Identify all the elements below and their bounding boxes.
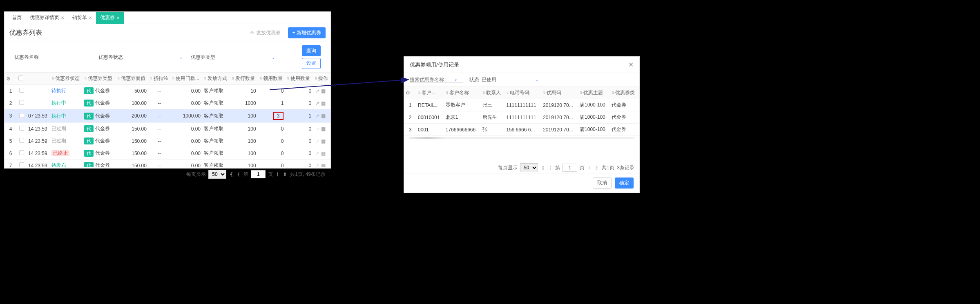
voucher-icon: 代	[84, 125, 94, 132]
column-header[interactable]: ⇅客户...	[416, 87, 444, 99]
page-header: 优惠券列表 ☺ 发放优惠券 + 新增优惠券	[4, 24, 330, 42]
tab-优惠券[interactable]: 优惠券✕	[96, 12, 124, 24]
table-row[interactable]: 714 23:59待发布代 代金券150.00--0.00客户领取10000↗▦	[4, 160, 330, 167]
qrcode-icon[interactable]: ▦	[321, 88, 326, 94]
prev-page-button[interactable]: ⟨	[237, 171, 241, 177]
chevron-down-icon: ⌄	[179, 55, 183, 60]
qrcode-icon[interactable]: ▦	[321, 126, 326, 132]
column-header[interactable]: ⇅操作	[313, 73, 330, 85]
modal-last-page-button[interactable]: ⟫	[594, 165, 599, 171]
modal-per-page-select[interactable]: 50	[520, 163, 538, 172]
table-row[interactable]: 1待执行代 代金券50.00--0.00客户领取1000↗▦	[4, 85, 330, 97]
row-checkbox[interactable]	[19, 162, 24, 167]
qrcode-icon[interactable]: ▦	[321, 163, 326, 167]
table-row[interactable]: 414 23:59已过期代 代金券150.00--0.00客户领取10000↗▦	[4, 123, 330, 135]
tab-bar: 首页优惠券详情页✕销货单✕优惠券✕	[4, 12, 330, 24]
tab-优惠券详情页[interactable]: 优惠券详情页✕	[26, 12, 68, 24]
status-badge: 已过期	[51, 126, 66, 131]
filter-status-label: 优惠券状态	[98, 54, 123, 61]
table-row[interactable]: 307 23:59执行中代 代金券200.00--1000.00客户领取1003…	[4, 109, 330, 123]
qrcode-icon[interactable]: ▦	[321, 138, 326, 144]
column-header[interactable]: ⇅发行数量	[230, 73, 258, 85]
filter-status-select[interactable]: ⌄	[125, 55, 183, 60]
qrcode-icon[interactable]: ▦	[321, 113, 326, 119]
table-row[interactable]: 2执行中代 代金券100.00--0.00客户领取100010↗▦	[4, 97, 330, 109]
distribute-coupon-button[interactable]: ☺ 发放优惠券	[246, 28, 285, 38]
page-input[interactable]	[251, 170, 266, 178]
modal-next-page-button[interactable]: ⟩	[587, 165, 592, 171]
horizontal-scrollbar[interactable]	[409, 137, 634, 139]
column-header[interactable]: ⇅优惠券类型	[83, 73, 115, 85]
status-badge: 已过期	[51, 138, 66, 144]
pagination: 每页显示 50 ⟪ ⟨ 第 页 ⟩ ⟫ 共1页, 49条记录	[4, 167, 330, 181]
column-header[interactable]: ⇅使用数量	[285, 73, 313, 85]
filter-name-label: 优惠券名称	[14, 54, 39, 61]
column-header[interactable]: ⇅优惠券状态	[50, 73, 83, 85]
modal-title: 优惠券领用/使用记录	[410, 61, 459, 69]
usage-table: ⚙⇅客户...⇅客户名称⇅联系人⇅电话号码⇅优惠码⇅优惠主题⇅优惠券类 1RET…	[404, 87, 639, 136]
column-header[interactable]: ⇅优惠券面值	[116, 73, 148, 85]
share-icon[interactable]: ↗	[315, 88, 319, 94]
row-checkbox[interactable]	[19, 150, 24, 155]
column-header[interactable]: ⇅发放方式	[202, 73, 230, 85]
last-page-button[interactable]: ⟫	[282, 171, 288, 177]
filter-type-select[interactable]: ⌄	[218, 55, 275, 60]
column-header[interactable]: ⇅联系人	[481, 87, 505, 99]
voucher-icon: 代	[84, 150, 94, 157]
coupon-table: ⚙⇅优惠券状态⇅优惠券类型⇅优惠券面值⇅折扣%⇅使用门槛...⇅发放方式⇅发行数…	[4, 72, 330, 167]
per-page-select[interactable]: 50	[208, 170, 226, 179]
table-row[interactable]: 3000117666666666张156 6666 6...2019120 70…	[404, 124, 639, 136]
status-badge: 执行中	[51, 113, 66, 119]
next-page-button[interactable]: ⟩	[275, 171, 280, 177]
qrcode-icon[interactable]: ▦	[321, 151, 326, 156]
column-header[interactable]: ⇅客户名称	[444, 87, 481, 99]
tab-close-icon[interactable]: ✕	[89, 16, 92, 20]
take-count-highlighted[interactable]: 3	[273, 112, 284, 120]
first-page-button[interactable]: ⟪	[229, 171, 234, 177]
voucher-icon: 代	[84, 162, 94, 167]
cancel-button[interactable]: 取消	[593, 178, 612, 189]
table-row[interactable]: 614 23:59已终止代 代金券150.00--0.00客户领取10000↗▦	[4, 147, 330, 160]
row-checkbox[interactable]	[19, 88, 24, 93]
column-header[interactable]: ⇅优惠主题	[578, 87, 610, 99]
table-row[interactable]: 1RETAIL...零散客户张三111111111112019120 70...…	[404, 99, 639, 111]
modal-prev-page-button[interactable]: ⟨	[548, 165, 553, 171]
tab-销货单[interactable]: 销货单✕	[68, 12, 96, 24]
search-icon[interactable]: ⌕	[455, 77, 458, 82]
share-icon[interactable]: ↗	[315, 113, 319, 119]
filter-name-input[interactable]	[41, 53, 90, 61]
column-header[interactable]: ⇅优惠码	[541, 87, 578, 99]
tab-首页[interactable]: 首页	[8, 12, 26, 24]
voucher-icon: 代	[84, 87, 94, 94]
column-header[interactable]: ⇅折扣%	[148, 73, 170, 85]
column-header[interactable]: ⇅使用门槛...	[170, 73, 202, 85]
row-checkbox[interactable]	[19, 138, 24, 143]
qrcode-icon[interactable]: ▦	[321, 100, 326, 106]
select-all-checkbox[interactable]	[18, 75, 23, 80]
status-badge: 待执行	[51, 88, 66, 93]
status-badge: 已终止	[51, 150, 69, 156]
gear-icon[interactable]: ⚙	[406, 90, 410, 96]
modal-page-input[interactable]	[563, 164, 577, 172]
column-header[interactable]: ⇅优惠券类	[610, 87, 639, 99]
column-header[interactable]: ⇅电话号码	[505, 87, 541, 99]
close-icon[interactable]: ✕	[628, 61, 634, 69]
query-button[interactable]: 查询	[302, 45, 321, 56]
share-icon[interactable]: ↗	[315, 100, 319, 106]
modal-status-select[interactable]: 已使用⌄	[482, 76, 539, 83]
modal-search-input[interactable]	[410, 77, 455, 82]
gear-icon[interactable]: ⚙	[6, 76, 11, 82]
setting-button[interactable]: 设置	[302, 58, 321, 69]
row-checkbox[interactable]	[19, 113, 24, 118]
table-row[interactable]: 514 23:59已过期代 代金券150.00--0.00客户领取10000↗▦	[4, 135, 330, 147]
add-coupon-button[interactable]: + 新增优惠券	[288, 27, 326, 38]
column-header[interactable]: ⇅领用数量	[258, 73, 286, 85]
tab-close-icon[interactable]: ✕	[61, 16, 64, 20]
voucher-icon: 代	[84, 100, 94, 107]
row-checkbox[interactable]	[19, 126, 24, 131]
confirm-button[interactable]: 确定	[615, 178, 634, 189]
table-row[interactable]: 200010001北京1唐先生111111111112019120 70...满…	[404, 111, 639, 124]
tab-close-icon[interactable]: ✕	[116, 16, 120, 20]
modal-first-page-button[interactable]: ⟪	[540, 165, 546, 171]
row-checkbox[interactable]	[19, 100, 24, 105]
